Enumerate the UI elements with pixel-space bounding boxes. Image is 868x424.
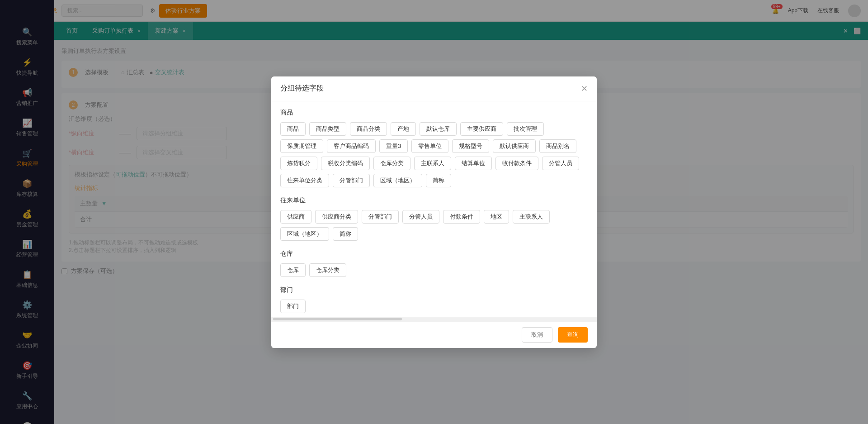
field-tag-origin[interactable]: 产地 bbox=[391, 122, 416, 136]
scrollbar-thumb bbox=[273, 318, 402, 320]
cancel-button[interactable]: 取消 bbox=[522, 327, 552, 343]
field-tag-dept-person[interactable]: 分管人员 bbox=[402, 210, 439, 224]
field-tag-main-contact[interactable]: 主联系人 bbox=[414, 157, 451, 170]
modal-body[interactable]: 商品 商品 商品类型 商品分类 产地 默认仓库 主要供应商 批次管理 保质期管理… bbox=[271, 101, 597, 317]
field-tag-settlement-unit[interactable]: 结算单位 bbox=[455, 157, 492, 170]
field-tag-manager[interactable]: 分管人员 bbox=[542, 157, 579, 170]
field-tag-region2[interactable]: 区域（地区） bbox=[280, 227, 329, 241]
modal-horizontal-scrollbar[interactable] bbox=[271, 317, 597, 321]
field-group-partner-title: 往来单位 bbox=[280, 196, 588, 205]
field-tag-batch[interactable]: 批次管理 bbox=[507, 122, 544, 136]
field-tag-warehouse[interactable]: 仓库 bbox=[280, 263, 306, 277]
field-tag-dept[interactable]: 分管部门 bbox=[362, 210, 399, 224]
field-group-goods-title: 商品 bbox=[280, 109, 588, 117]
field-tag-area[interactable]: 地区 bbox=[484, 210, 509, 224]
field-tag-default-warehouse[interactable]: 默认仓库 bbox=[420, 122, 457, 136]
field-tag-dept-manage[interactable]: 分管部门 bbox=[333, 174, 370, 187]
field-tag-warehouse-cat[interactable]: 仓库分类 bbox=[309, 263, 346, 277]
field-tag-retail-unit[interactable]: 零售单位 bbox=[411, 139, 448, 153]
field-tag-expiry[interactable]: 保质期管理 bbox=[280, 139, 323, 153]
field-tag-goods-type[interactable]: 商品类型 bbox=[309, 122, 346, 136]
field-tags-partner: 供应商 供应商分类 分管部门 分管人员 付款条件 地区 主联系人 区域（地区） … bbox=[280, 210, 588, 241]
field-tag-short-name[interactable]: 简称 bbox=[426, 174, 451, 187]
field-tag-goods-alias[interactable]: 商品别名 bbox=[539, 139, 576, 153]
field-tag-department[interactable]: 部门 bbox=[280, 300, 306, 313]
field-tag-customer-code[interactable]: 客户商品编码 bbox=[327, 139, 376, 153]
field-tags-goods: 商品 商品类型 商品分类 产地 默认仓库 主要供应商 批次管理 保质期管理 客户… bbox=[280, 122, 588, 187]
modal-close-button[interactable]: ✕ bbox=[581, 84, 588, 94]
field-select-modal: 分组待选字段 ✕ 商品 商品 商品类型 商品分类 产地 默认仓库 主要供应商 批… bbox=[271, 76, 597, 348]
field-tag-spec-model[interactable]: 规格型号 bbox=[452, 139, 489, 153]
field-tag-partner-category[interactable]: 往来单位分类 bbox=[280, 174, 329, 187]
field-group-dept-title: 部门 bbox=[280, 286, 588, 294]
field-tag-short-name2[interactable]: 简称 bbox=[333, 227, 358, 241]
field-tag-supplier-category[interactable]: 供应商分类 bbox=[315, 210, 358, 224]
field-tags-dept: 部门 bbox=[280, 300, 588, 313]
field-tag-refine-points[interactable]: 炼货积分 bbox=[280, 157, 317, 170]
field-tag-main-supplier[interactable]: 主要供应商 bbox=[460, 122, 503, 136]
field-group-warehouse-title: 仓库 bbox=[280, 250, 588, 258]
field-tag-goods[interactable]: 商品 bbox=[280, 122, 306, 136]
field-tag-main-contact2[interactable]: 主联系人 bbox=[513, 210, 550, 224]
modal-title: 分组待选字段 bbox=[280, 84, 324, 93]
modal-footer: 取消 查询 bbox=[271, 321, 597, 348]
modal-overlay: 分组待选字段 ✕ 商品 商品 商品类型 商品分类 产地 默认仓库 主要供应商 批… bbox=[0, 0, 868, 424]
field-tag-goods-category[interactable]: 商品分类 bbox=[350, 122, 387, 136]
field-tag-region[interactable]: 区域（地区） bbox=[373, 174, 422, 187]
field-tag-supplier[interactable]: 供应商 bbox=[280, 210, 311, 224]
field-tag-weight[interactable]: 重量3 bbox=[379, 139, 408, 153]
field-tag-tax-code[interactable]: 税收分类编码 bbox=[321, 157, 370, 170]
field-group-warehouse: 仓库 仓库 仓库分类 bbox=[280, 250, 588, 277]
field-tag-payment-terms[interactable]: 收付款条件 bbox=[495, 157, 538, 170]
modal-header: 分组待选字段 ✕ bbox=[271, 76, 597, 101]
field-tag-warehouse-category[interactable]: 仓库分类 bbox=[373, 157, 410, 170]
field-group-goods: 商品 商品 商品类型 商品分类 产地 默认仓库 主要供应商 批次管理 保质期管理… bbox=[280, 109, 588, 187]
field-tag-default-supplier[interactable]: 默认供应商 bbox=[493, 139, 536, 153]
field-tags-warehouse: 仓库 仓库分类 bbox=[280, 263, 588, 277]
field-tag-payment-cond[interactable]: 付款条件 bbox=[443, 210, 480, 224]
field-group-partner: 往来单位 供应商 供应商分类 分管部门 分管人员 付款条件 地区 主联系人 区域… bbox=[280, 196, 588, 241]
confirm-button[interactable]: 查询 bbox=[558, 327, 588, 343]
field-group-department: 部门 部门 bbox=[280, 286, 588, 313]
